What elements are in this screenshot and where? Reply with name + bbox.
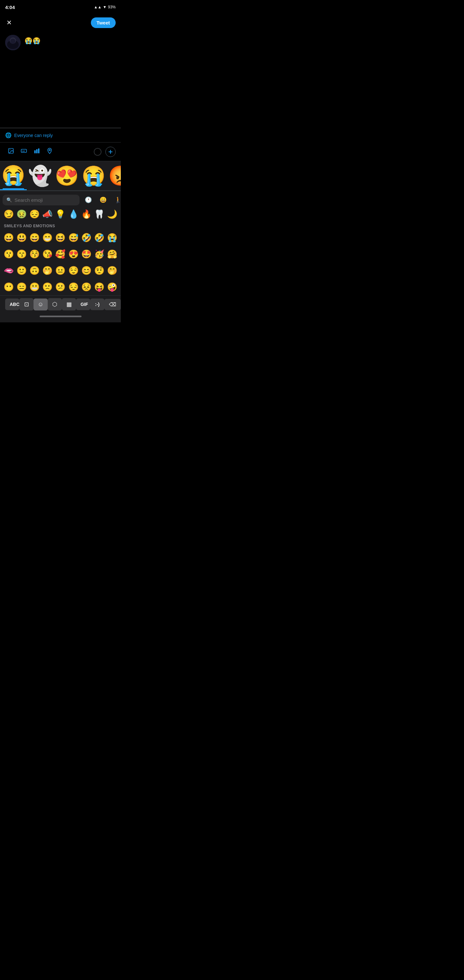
emoji-shushing[interactable]: 🤭 — [41, 264, 54, 278]
image-button[interactable] — [5, 145, 17, 158]
keyboard-bottom-bar: ABC ⊡ ☺ ⬡ ▦ GIF :-) ⌫ — [0, 295, 121, 313]
emoji-no-mouth[interactable]: 😶 — [3, 280, 15, 294]
emoji-biting-lip[interactable]: 🫦 — [3, 264, 15, 278]
svg-rect-9 — [36, 149, 37, 153]
recent-emoji-5[interactable]: 😡 — [107, 162, 121, 190]
gif-button[interactable]: GIF — [18, 145, 30, 158]
emoji-grid-row-4: 😶 😑 😬 🙁 😕 😔 😣 😝 🤪 — [0, 279, 121, 295]
emoji-pensive[interactable]: 😔 — [67, 280, 79, 294]
recent-tab[interactable]: 🕐 — [82, 194, 94, 206]
sticker-button[interactable]: ⬡ — [48, 298, 62, 310]
svg-point-11 — [49, 149, 50, 151]
emoji-persevere[interactable]: 😣 — [80, 280, 92, 294]
char-counter — [94, 148, 102, 156]
emoji-neutral[interactable]: 😐 — [54, 264, 67, 278]
recent-emoji-1[interactable]: 😭 — [0, 161, 27, 190]
globe-icon: 🌐 — [5, 132, 11, 138]
emoji-grid-row-2: 😗 😙 😚 😘 🥰 😍 🤩 🥳 🤗 — [0, 246, 121, 262]
gif-keyboard-button[interactable]: GIF — [76, 299, 90, 310]
reply-setting[interactable]: 🌐 Everyone can reply — [0, 128, 121, 143]
emoji-upside-down[interactable]: 🙃 — [29, 264, 41, 278]
emoji-heart-face[interactable]: 🥰 — [54, 247, 67, 261]
close-button[interactable]: ✕ — [5, 18, 13, 28]
recent-emoji-4[interactable]: 😭 — [80, 162, 107, 190]
emoji-heart-eyes[interactable]: 😍 — [67, 247, 79, 261]
people-tab[interactable]: 🚶 — [112, 194, 121, 206]
emoji-slightly-frown[interactable]: 🙁 — [41, 280, 54, 294]
svg-rect-8 — [35, 150, 36, 153]
kaomoji-button[interactable]: :-) — [90, 299, 104, 310]
emoji-expressionless[interactable]: 😑 — [16, 280, 28, 294]
compose-toolbar: GIF — [0, 143, 121, 161]
smileys-tab[interactable]: 😀 — [97, 194, 109, 206]
emoji-grimace[interactable]: 😬 — [29, 280, 41, 294]
avatar-image — [5, 35, 21, 50]
se-2[interactable]: 🤢 — [16, 208, 28, 220]
recent-emoji-2[interactable]: 👻 — [27, 162, 54, 190]
se-8[interactable]: 🦷 — [93, 208, 105, 220]
tweet-button[interactable]: Tweet — [91, 18, 116, 28]
se-9[interactable]: 🌙 — [106, 208, 118, 220]
emoji-star-struck[interactable]: 🤩 — [80, 247, 92, 261]
location-button[interactable] — [44, 145, 56, 158]
clipboard-button[interactable]: ⊡ — [19, 298, 33, 310]
svg-rect-10 — [38, 149, 39, 153]
recent-emojis-row: 😭 👻 😍 😭 😡 — [0, 161, 121, 191]
emoji-keyboard-button[interactable]: ☺ — [33, 299, 48, 310]
emoji-search-icon: 🔍 — [6, 197, 12, 202]
battery-icon: 93% — [108, 5, 116, 10]
emoji-big-smile[interactable]: 😄 — [29, 231, 41, 245]
home-bar-row — [0, 313, 121, 318]
emoji-rolling[interactable]: 🤣 — [93, 231, 105, 245]
emoji-raised-eyebrow[interactable]: 🤨 — [93, 264, 105, 278]
status-time: 4:04 — [5, 5, 15, 10]
status-bar: 4:04 ▲▲ ▼ 93% — [0, 0, 121, 14]
emoji-kiss[interactable]: 😘 — [41, 247, 54, 261]
recent-emoji-3[interactable]: 😍 — [54, 162, 80, 190]
wifi-icon: ▼ — [103, 5, 106, 10]
emoji-beam[interactable]: 😁 — [41, 231, 54, 245]
emoji-relieved[interactable]: 😌 — [67, 264, 79, 278]
emoji-blush[interactable]: 😊 — [80, 264, 92, 278]
se-4[interactable]: 📣 — [41, 208, 54, 220]
animated-button[interactable]: ▦ — [62, 298, 76, 310]
top-bar: ✕ Tweet — [0, 14, 121, 31]
home-bar — [40, 316, 81, 317]
emoji-hugging[interactable]: 🤗 — [106, 247, 118, 261]
poll-button[interactable] — [31, 145, 43, 158]
emoji-grid-row-1: 😀 😃 😄 😁 😆 😅 🤣 🤣 😭 — [0, 229, 121, 246]
abc-button[interactable]: ABC — [5, 299, 19, 310]
se-1[interactable]: 😏 — [3, 208, 15, 220]
svg-point-3 — [10, 39, 16, 44]
emoji-laughing[interactable]: 😆 — [54, 231, 67, 245]
emoji-search-input[interactable] — [14, 197, 76, 203]
emoji-rofl[interactable]: 🤣 — [80, 231, 92, 245]
backspace-button[interactable]: ⌫ — [104, 299, 121, 310]
emoji-slightly-smile[interactable]: 🙂 — [16, 264, 28, 278]
small-emoji-row: 😏 🤢 😔 📣 💡 💧 🔥 🦷 🌙 — [0, 207, 121, 221]
emoji-grin[interactable]: 😃 — [16, 231, 28, 245]
emoji-stuck-out-tongue-wink[interactable]: 😝 — [93, 280, 105, 294]
emoji-party[interactable]: 🥳 — [93, 247, 105, 261]
compose-area: 😭😭 — [0, 31, 121, 128]
emoji-picker: 😭 👻 😍 😭 😡 🔍 🕐 😀 🚶 🎉 🍔 😏 🤢 😔 📣 💡 💧 🔥 🦷 🌙 … — [0, 161, 121, 322]
tweet-content: 😭😭 — [24, 37, 41, 44]
add-content-button[interactable] — [105, 147, 116, 157]
se-7[interactable]: 🔥 — [80, 208, 92, 220]
toolbar-icons: GIF — [5, 145, 92, 158]
emoji-kissing-closed[interactable]: 😚 — [29, 247, 41, 261]
emoji-zany[interactable]: 🤪 — [106, 280, 118, 294]
se-6[interactable]: 💧 — [67, 208, 79, 220]
avatar — [5, 35, 21, 50]
emoji-hand-over-mouth[interactable]: 🤭 — [106, 264, 118, 278]
se-5[interactable]: 💡 — [54, 208, 67, 220]
emoji-kissing-smile[interactable]: 😙 — [16, 247, 28, 261]
emoji-grinning[interactable]: 😀 — [3, 231, 15, 245]
emoji-crying[interactable]: 😭 — [106, 231, 118, 245]
svg-text:GIF: GIF — [22, 150, 25, 152]
se-3[interactable]: 😔 — [29, 208, 41, 220]
emoji-confused[interactable]: 😕 — [54, 280, 67, 294]
tweet-text-area[interactable]: 😭😭 — [24, 35, 116, 124]
emoji-kissing[interactable]: 😗 — [3, 247, 15, 261]
emoji-sweat-smile[interactable]: 😅 — [67, 231, 79, 245]
